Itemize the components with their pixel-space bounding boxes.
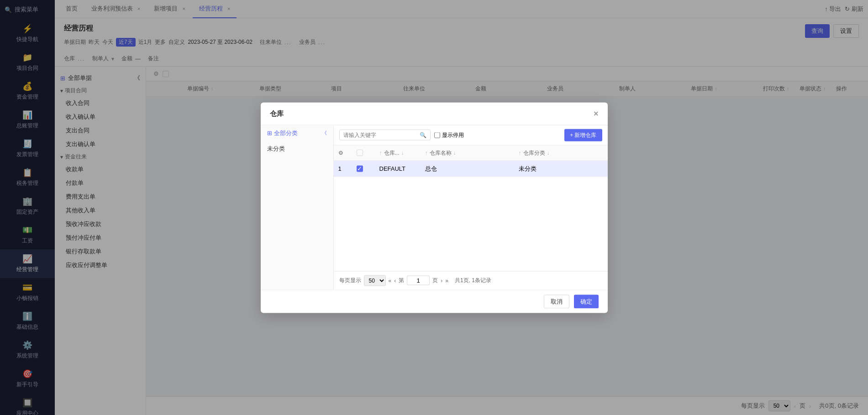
modal-buttons: 取消 确定 <box>544 294 599 308</box>
col-code-label: 仓库... <box>384 149 400 157</box>
th-gear[interactable]: ⚙ <box>334 145 352 160</box>
prev-page[interactable]: ‹ <box>394 277 396 284</box>
search-box: 🔍 <box>339 130 431 141</box>
modal-toolbar: 🔍 显示停用 + 新增仓库 <box>334 125 608 145</box>
confirm-button[interactable]: 确定 <box>574 294 599 308</box>
modal-close-button[interactable]: × <box>594 109 599 118</box>
th-name[interactable]: ↑ 仓库名称 ↓ <box>421 145 514 160</box>
all-category-item[interactable]: ⊞ 全部分类 《 <box>261 125 333 141</box>
th-code[interactable]: ↑ 仓库... ↓ <box>375 145 421 160</box>
cancel-button[interactable]: 取消 <box>544 294 569 308</box>
col-category-label: 仓库分类 <box>523 149 545 157</box>
sort-desc-icon: ↓ <box>401 150 404 156</box>
sort-asc-icon: ↑ <box>425 150 428 156</box>
row-check[interactable]: ✓ <box>357 165 363 172</box>
show-disabled-label: 显示停用 <box>442 131 464 139</box>
next-page[interactable]: › <box>441 277 442 284</box>
sort-asc-icon: ↑ <box>379 150 382 156</box>
page-label: 第 <box>399 277 404 284</box>
warehouse-modal: 仓库 × ⊞ 全部分类 《 未分类 🔍 显示停用 <box>261 102 608 313</box>
page-input[interactable] <box>407 276 430 285</box>
modal-body: ⊞ 全部分类 《 未分类 🔍 显示停用 + 新增仓库 <box>261 125 608 289</box>
uncategorized-item[interactable]: 未分类 <box>261 141 333 156</box>
search-icon: 🔍 <box>420 132 426 138</box>
collapse-icon[interactable]: 《 <box>322 130 327 137</box>
row-name: 总仓 <box>421 161 514 176</box>
modal-table-header: ⚙ ↑ 仓库... ↓ ↑ 仓库名称 ↓ <box>334 145 608 161</box>
disabled-checkbox[interactable] <box>434 132 440 138</box>
select-all[interactable] <box>357 150 363 156</box>
sort-desc-icon: ↓ <box>547 150 550 156</box>
sort-asc-icon: ↑ <box>519 150 521 156</box>
row-index: 1 <box>334 162 352 176</box>
row-code: DEFAULT <box>375 162 421 176</box>
sort-desc-icon: ↓ <box>453 150 456 156</box>
uncategorized-label: 未分类 <box>267 145 285 152</box>
th-checkbox <box>352 145 375 160</box>
modal-left-panel: ⊞ 全部分类 《 未分类 <box>261 125 334 289</box>
col-name-label: 仓库名称 <box>430 149 452 157</box>
gear-icon: ⚙ <box>338 150 343 156</box>
modal-per-page[interactable]: 50 <box>364 275 386 286</box>
show-disabled-checkbox[interactable]: 显示停用 <box>434 131 464 139</box>
modal-right-panel: 🔍 显示停用 + 新增仓库 ⚙ ↑ <box>334 125 608 289</box>
all-category-label: 全部分类 <box>274 129 298 137</box>
last-page[interactable]: » <box>445 277 448 284</box>
row-category: 未分类 <box>514 161 608 176</box>
grid-icon: ⊞ <box>267 130 272 137</box>
modal-header: 仓库 × <box>261 102 608 125</box>
row-checkbox[interactable]: ✓ <box>352 162 375 176</box>
pagination-total: 共1页, 1条记录 <box>455 277 491 284</box>
modal-table: ⚙ ↑ 仓库... ↓ ↑ 仓库名称 ↓ <box>334 145 608 271</box>
th-category[interactable]: ↑ 仓库分类 ↓ <box>514 145 608 160</box>
modal-title: 仓库 <box>270 109 284 118</box>
first-page[interactable]: « <box>389 277 392 284</box>
page-suffix: 页 <box>432 277 438 284</box>
modal-footer: 取消 确定 <box>261 289 608 313</box>
warehouse-row[interactable]: 1 ✓ DEFAULT 总仓 未分类 <box>334 161 608 177</box>
add-warehouse-button[interactable]: + 新增仓库 <box>564 129 602 141</box>
per-page-label: 每页显示 <box>339 277 361 284</box>
modal-pagination: 每页显示 50 « ‹ 第 页 › » 共1页, 1条记录 <box>334 271 608 289</box>
search-input[interactable] <box>343 132 418 138</box>
